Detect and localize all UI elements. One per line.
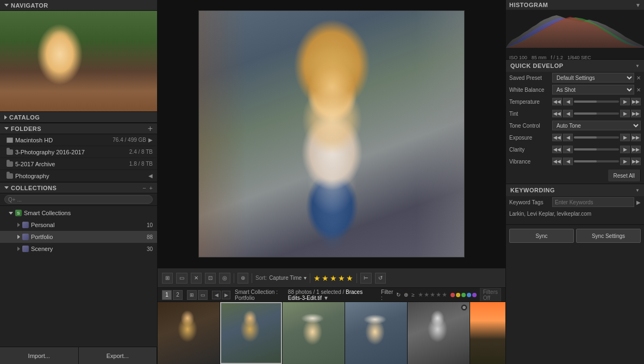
film-thumb-1[interactable] xyxy=(158,302,220,364)
temp-down-down-button[interactable]: ◀◀ xyxy=(552,98,562,105)
tint-down-down-button[interactable]: ◀◀ xyxy=(552,110,562,117)
filter-dot-yellow[interactable] xyxy=(456,293,460,297)
collection-name-scenery: Scenery xyxy=(31,246,53,252)
export-button[interactable]: Export... xyxy=(79,347,158,364)
collection-item-portfolio[interactable]: Portfolio 88 xyxy=(0,231,157,243)
histogram-header[interactable]: Histogram ▼ xyxy=(506,0,644,10)
rotate-button[interactable]: ↺ xyxy=(375,273,386,284)
white-balance-dropdown[interactable]: As Shot xyxy=(552,85,634,95)
collections-minus-button[interactable]: − xyxy=(142,185,146,191)
film-thumb-6[interactable] xyxy=(470,302,505,364)
clarity-down-down-button[interactable]: ◀◀ xyxy=(552,146,562,153)
star-1[interactable]: ★ xyxy=(314,274,321,283)
temp-up-button[interactable]: ▶ xyxy=(620,98,630,105)
tone-control-dropdown[interactable]: Auto Tone xyxy=(552,121,641,130)
filter-star-2[interactable]: ★ xyxy=(424,291,429,298)
white-balance-reset-icon[interactable]: ✕ xyxy=(636,87,641,93)
folder-item-macintosh[interactable]: Macintosh HD 76.4 / 499 GB ▶ xyxy=(0,134,157,146)
filter-dot-green[interactable] xyxy=(461,293,466,297)
quick-develop-header[interactable]: Quick Develop ▼ xyxy=(506,60,644,72)
page-1-indicator[interactable]: 1 xyxy=(162,290,172,300)
flag-button[interactable]: ⊢ xyxy=(360,273,372,284)
filter-star-4[interactable]: ★ xyxy=(436,291,441,298)
clarity-down-button[interactable]: ◀ xyxy=(563,146,573,153)
temperature-slider[interactable] xyxy=(574,101,619,103)
smart-collections-header[interactable]: S Smart Collections xyxy=(0,207,157,219)
folder-item-archive[interactable]: 5-2017 Archive 1.8 / 8 TB xyxy=(0,158,157,170)
loupe-status-button[interactable]: ▭ xyxy=(198,290,208,300)
filter-dot-red[interactable] xyxy=(451,293,455,297)
film-thumb-4[interactable] xyxy=(345,302,408,364)
temp-up-up-button[interactable]: ▶▶ xyxy=(631,98,641,105)
exposure-down-button[interactable]: ◀ xyxy=(563,134,573,141)
filter-stars[interactable]: ★ ★ ★ ★ ★ xyxy=(418,291,447,298)
tint-slider[interactable] xyxy=(574,112,619,115)
survey-button[interactable]: ⊡ xyxy=(205,273,216,284)
folders-header[interactable]: Folders + xyxy=(0,123,157,134)
saved-preset-dropdown[interactable]: Default Settings xyxy=(552,73,634,83)
catalog-header[interactable]: Catalog xyxy=(0,112,157,123)
sync-button[interactable]: Sync xyxy=(509,229,574,243)
grid-status-button[interactable]: ⊞ xyxy=(187,290,197,300)
collections-plus-button[interactable]: + xyxy=(149,185,153,191)
collection-item-personal[interactable]: Personal 10 xyxy=(0,219,157,231)
people-button[interactable]: ◎ xyxy=(219,273,230,284)
star-3[interactable]: ★ xyxy=(330,274,337,283)
keyword-tags-input[interactable] xyxy=(552,197,634,207)
spray-button[interactable]: ⊛ xyxy=(237,273,248,284)
collections-search-input[interactable] xyxy=(4,195,153,204)
filter-dot-blue[interactable] xyxy=(467,293,471,297)
next-arrow[interactable]: ▶ xyxy=(222,291,230,299)
keywording-header[interactable]: Keywording ▼ xyxy=(506,184,644,196)
vibrance-up-button[interactable]: ▶ xyxy=(620,158,630,165)
exposure-slider[interactable] xyxy=(574,136,619,139)
vibrance-down-button[interactable]: ◀ xyxy=(563,158,573,165)
star-rating[interactable]: ★ ★ ★ ★ ★ xyxy=(314,274,353,283)
exposure-up-button[interactable]: ▶ xyxy=(620,134,630,141)
collection-item-scenery[interactable]: Scenery 30 xyxy=(0,243,157,255)
prev-arrow[interactable]: ◀ xyxy=(212,291,221,299)
filter-star-1[interactable]: ★ xyxy=(418,291,423,298)
reset-all-button[interactable]: Reset All xyxy=(608,170,641,181)
star-4[interactable]: ★ xyxy=(338,274,345,283)
folder-item-photography[interactable]: Photography ◀ xyxy=(0,170,157,182)
temp-down-button[interactable]: ◀ xyxy=(563,98,573,105)
saved-preset-reset-icon[interactable]: ✕ xyxy=(636,75,641,81)
folder-item-photography-2016[interactable]: 3-Photography 2016-2017 2.4 / 8 TB xyxy=(0,146,157,158)
tint-up-up-button[interactable]: ▶▶ xyxy=(631,110,641,117)
vibrance-slider[interactable] xyxy=(574,160,619,162)
star-2[interactable]: ★ xyxy=(322,274,329,283)
vibrance-down-down-button[interactable]: ◀◀ xyxy=(552,158,562,165)
folders-add-button[interactable]: + xyxy=(148,124,153,134)
sort-value[interactable]: Capture Time xyxy=(269,275,302,281)
filter-star-5[interactable]: ★ xyxy=(442,291,447,298)
filter-dot-purple[interactable] xyxy=(472,293,477,297)
film-thumb-5[interactable] xyxy=(408,302,470,364)
exposure-up-up-button[interactable]: ▶▶ xyxy=(631,134,641,141)
page-2-indicator[interactable]: 2 xyxy=(173,290,183,300)
vibrance-up-up-button[interactable]: ▶▶ xyxy=(631,158,641,165)
filter-off-button[interactable]: Filters Off xyxy=(480,288,501,302)
sync-settings-button[interactable]: Sync Settings xyxy=(576,229,641,243)
clarity-up-up-button[interactable]: ▶▶ xyxy=(631,146,641,153)
hist-aperture: f / 1.2 xyxy=(551,55,564,60)
compare-button[interactable]: ✕ xyxy=(191,273,202,284)
clarity-up-button[interactable]: ▶ xyxy=(620,146,630,153)
star-5[interactable]: ★ xyxy=(346,274,353,283)
exposure-down-down-button[interactable]: ◀◀ xyxy=(552,134,562,141)
tint-up-button[interactable]: ▶ xyxy=(620,110,630,117)
grid-view-button[interactable]: ⊞ xyxy=(162,273,173,284)
filter-star-3[interactable]: ★ xyxy=(430,291,435,298)
sort-direction-icon[interactable]: ▾ xyxy=(304,275,307,281)
import-button[interactable]: Import... xyxy=(0,347,79,364)
film-thumb-3[interactable] xyxy=(283,302,345,364)
loupe-view-button[interactable]: ▭ xyxy=(176,273,187,284)
filter-refresh-icon[interactable]: ↻ xyxy=(396,292,401,298)
filter-search-icon[interactable]: ⊕ xyxy=(404,292,408,298)
keyword-expand-icon[interactable]: ▶ xyxy=(636,199,641,205)
clarity-slider[interactable] xyxy=(574,148,619,150)
tint-down-button[interactable]: ◀ xyxy=(563,110,573,117)
collections-header[interactable]: Collections − + xyxy=(0,183,157,193)
navigator-header[interactable]: Navigator xyxy=(0,0,157,11)
film-thumb-2[interactable] xyxy=(220,302,283,364)
